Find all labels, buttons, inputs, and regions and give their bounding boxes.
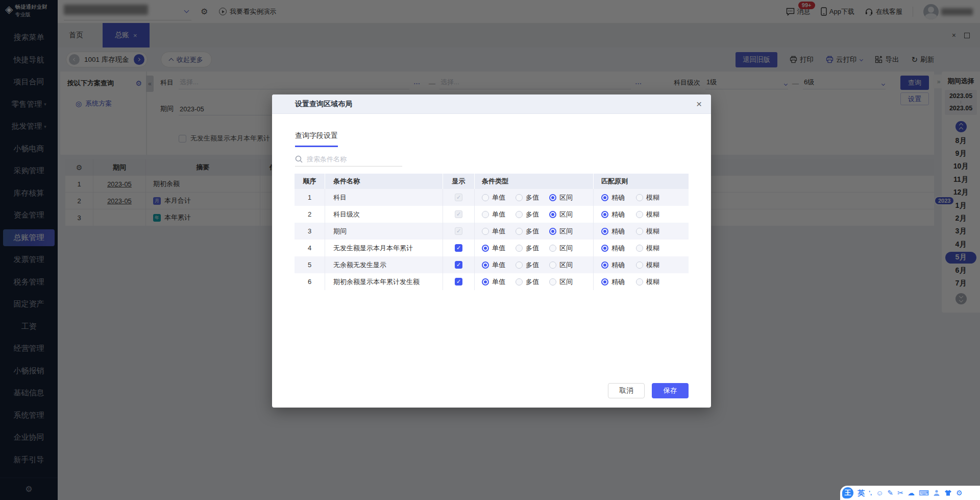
ime-punctuation-toggle[interactable]: ’,	[869, 490, 872, 496]
display-checkbox[interactable]: ✓	[455, 194, 462, 201]
table-row: 2 科目级次 ✓ 单值 多值 区间 精确 模糊	[295, 206, 689, 223]
table-row: 6 期初余额显示本年累计发生额 ✓ 单值 多值 区间 精确 模糊	[295, 273, 689, 290]
gear-icon[interactable]: ⚙	[956, 489, 963, 496]
condition-table: 顺序 条件名称 显示 条件类型 匹配原则 1 科目 ✓ 单值 多值 区间 精确 …	[295, 174, 689, 290]
save-button[interactable]: 保存	[652, 383, 689, 398]
radio-range[interactable]: 区间	[549, 260, 573, 270]
modal-title: 设置查询区域布局	[295, 100, 352, 109]
radio-single-value[interactable]: 单值	[482, 260, 505, 270]
condition-search	[295, 155, 402, 166]
cancel-button[interactable]: 取消	[608, 383, 645, 398]
radio-exact[interactable]: 精确	[601, 260, 625, 270]
radio-fuzzy[interactable]: 模糊	[636, 210, 659, 219]
radio-single-value[interactable]: 单值	[482, 210, 505, 219]
check-icon: ✓	[456, 211, 461, 218]
radio-multi-value[interactable]: 多值	[516, 193, 539, 202]
radio-exact[interactable]: 精确	[601, 244, 625, 253]
ime-toolbar: 王 英 ’, ☺ ✎ ✂ ☁ ⌨ ⚙	[840, 486, 980, 500]
ime-language-toggle[interactable]: 英	[857, 489, 865, 496]
keyboard-icon[interactable]: ⌨	[919, 489, 929, 496]
display-checkbox[interactable]: ✓	[455, 261, 462, 269]
modal-header: 设置查询区域布局 ×	[272, 94, 711, 114]
radio-exact[interactable]: 精确	[601, 277, 625, 287]
check-icon: ✓	[456, 245, 461, 251]
query-layout-modal: 设置查询区域布局 × 查询字段设置 顺序 条件名称 显示 条件类型 匹配原则 1…	[272, 94, 711, 408]
radio-exact[interactable]: 精确	[601, 193, 625, 202]
check-icon: ✓	[456, 228, 461, 234]
scissors-icon[interactable]: ✂	[897, 489, 903, 496]
radio-fuzzy[interactable]: 模糊	[636, 277, 659, 287]
display-checkbox[interactable]: ✓	[455, 244, 462, 252]
search-icon	[295, 155, 303, 163]
check-icon: ✓	[456, 261, 461, 268]
table-row: 1 科目 ✓ 单值 多值 区间 精确 模糊	[295, 189, 689, 206]
radio-single-value[interactable]: 单值	[482, 244, 505, 253]
radio-single-value[interactable]: 单值	[482, 277, 505, 287]
radio-fuzzy[interactable]: 模糊	[636, 193, 659, 202]
radio-multi-value[interactable]: 多值	[516, 244, 539, 253]
radio-exact[interactable]: 精确	[601, 227, 625, 236]
skin-icon[interactable]	[944, 489, 952, 496]
display-checkbox[interactable]: ✓	[455, 210, 462, 218]
close-icon[interactable]: ×	[696, 99, 702, 109]
radio-fuzzy[interactable]: 模糊	[636, 244, 659, 253]
radio-range[interactable]: 区间	[549, 193, 573, 202]
table-row: 4 无发生额显示本月本年累计 ✓ 单值 多值 区间 精确 模糊	[295, 240, 689, 256]
radio-multi-value[interactable]: 多值	[516, 277, 539, 287]
radio-range[interactable]: 区间	[549, 277, 573, 287]
check-icon: ✓	[456, 278, 461, 285]
display-checkbox[interactable]: ✓	[455, 227, 462, 235]
pencil-icon[interactable]: ✎	[887, 489, 893, 496]
radio-multi-value[interactable]: 多值	[516, 227, 539, 236]
radio-range[interactable]: 区间	[549, 210, 573, 219]
table-row: 5 无余额无发生显示 ✓ 单值 多值 区间 精确 模糊	[295, 256, 689, 273]
radio-multi-value[interactable]: 多值	[516, 260, 539, 270]
condition-table-header: 顺序 条件名称 显示 条件类型 匹配原则	[295, 174, 689, 189]
radio-single-value[interactable]: 单值	[482, 227, 505, 236]
tab-query-fields[interactable]: 查询字段设置	[295, 131, 338, 147]
radio-exact[interactable]: 精确	[601, 210, 625, 219]
check-icon: ✓	[456, 194, 461, 201]
emoji-icon[interactable]: ☺	[876, 489, 883, 496]
radio-fuzzy[interactable]: 模糊	[636, 227, 659, 236]
cloud-icon[interactable]: ☁	[908, 489, 915, 496]
radio-single-value[interactable]: 单值	[482, 193, 505, 202]
person-icon[interactable]	[933, 489, 940, 496]
display-checkbox[interactable]: ✓	[455, 278, 462, 285]
radio-range[interactable]: 区间	[549, 227, 573, 236]
table-row: 3 期间 ✓ 单值 多值 区间 精确 模糊	[295, 223, 689, 240]
radio-fuzzy[interactable]: 模糊	[636, 260, 659, 270]
radio-multi-value[interactable]: 多值	[516, 210, 539, 219]
ime-logo-icon[interactable]: 王	[842, 487, 853, 498]
radio-range[interactable]: 区间	[549, 244, 573, 253]
search-input[interactable]	[307, 155, 388, 163]
